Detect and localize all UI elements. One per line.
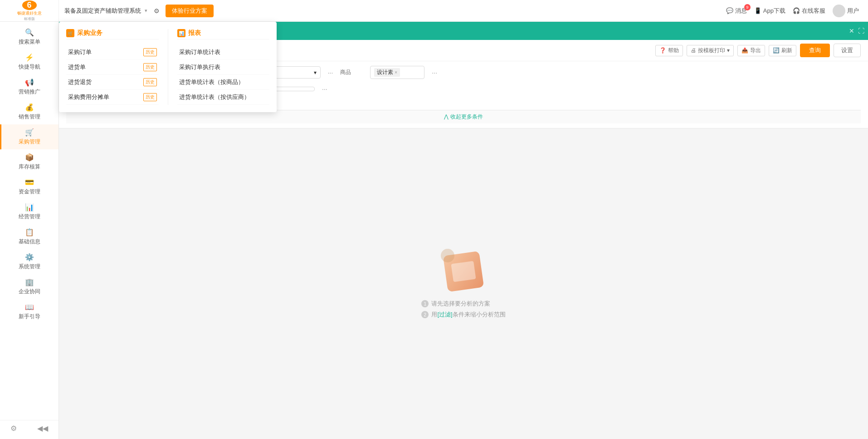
system-icon: ⚙️	[25, 253, 34, 261]
refresh-icon: 🔄	[773, 47, 780, 54]
sidebar-item-purchase[interactable]: 🛒 采购管理	[0, 124, 59, 149]
bill-status-dots[interactable]: ···	[328, 69, 333, 76]
sidebar-label-basic-info: 基础信息	[19, 238, 40, 246]
sidebar-label-inventory: 库存核算	[19, 163, 40, 171]
sidebar-item-system[interactable]: ⚙️ 系统管理	[0, 249, 59, 274]
industry-btn[interactable]: 体验行业方案	[166, 5, 214, 17]
operations-icon: 📊	[25, 203, 34, 212]
print-template-btn[interactable]: 🖨 按模板打印 ▾	[687, 45, 734, 56]
collapse-sidebar-btn[interactable]: ◀◀	[37, 424, 48, 433]
tab-maximize-btn[interactable]: ⛶	[858, 27, 864, 35]
tip2-icon: 2	[421, 311, 429, 318]
tab-close-window-btn[interactable]: ✕	[849, 27, 854, 35]
dropdown-col-report: 📊 报表 采购订单统计表 采购订单执行表 进货单统计表（按商品） 进货单统计表（…	[177, 29, 270, 105]
basic-info-icon: 📋	[25, 228, 34, 237]
export-label: 导出	[750, 47, 761, 54]
app-download-item[interactable]: 📱 App下载	[754, 7, 785, 15]
sidebar-item-quick-nav[interactable]: ⚡ 快捷导航	[0, 49, 59, 74]
dropdown-item-purchase-order-exec[interactable]: 采购订单执行表	[177, 60, 270, 75]
settings-btn[interactable]: 设置	[834, 44, 861, 57]
sidebar-item-basic-info[interactable]: 📋 基础信息	[0, 224, 59, 249]
dropdown-item-purchase-fee[interactable]: 采购费用分摊单 历史	[66, 90, 159, 105]
empty-illustration	[441, 249, 486, 294]
purchase-fee-history[interactable]: 历史	[143, 93, 157, 101]
dropdown-col-purchase: 🛒 采购业务 采购订单 历史 进货单 历史 进货退货 历史 采购费用分摊单 历史	[66, 29, 159, 105]
print-icon: 🖨	[691, 47, 696, 54]
dropdown-col-report-title: 📊 报表	[177, 29, 270, 39]
goods-label: 商品	[340, 69, 363, 76]
refresh-label: 刷新	[781, 47, 792, 54]
purchase-col-icon: 🛒	[66, 29, 74, 37]
top-header: 6 畅捷通好生意 标准版 装备及固定资产辅助管理系统 ▾ ⚙ 体验行业方案 💬 …	[0, 0, 868, 22]
quick-nav-icon: ⚡	[25, 53, 34, 62]
stock-stat-supplier-label: 进货单统计表（按供应商）	[179, 93, 250, 101]
dropdown-item-stock-stat-supplier[interactable]: 进货单统计表（按供应商）	[177, 90, 270, 105]
marketing-icon: 📢	[25, 78, 34, 87]
dropdown-item-purchase-order[interactable]: 采购订单 历史	[66, 45, 159, 60]
report-col-icon: 📊	[177, 29, 185, 37]
export-btn[interactable]: 📤 导出	[737, 45, 765, 56]
logo-area: 6 畅捷通好生意 标准版	[0, 0, 59, 21]
sidebar-item-inventory[interactable]: 📦 库存核算	[0, 149, 59, 174]
goods-dots[interactable]: ···	[432, 69, 437, 76]
purchase-icon: 🛒	[25, 128, 34, 137]
salesman-dots[interactable]: ···	[322, 85, 327, 93]
sidebar-label-operations: 经营管理	[19, 213, 40, 221]
notification-item[interactable]: 💬 消息 9	[726, 7, 747, 15]
print-dropdown-icon: ▾	[727, 47, 730, 54]
dropdown-item-stock-in[interactable]: 进货单 历史	[66, 60, 159, 75]
sidebar-item-capital[interactable]: 💳 资金管理	[0, 174, 59, 199]
headset-icon: 🎧	[793, 7, 800, 14]
query-btn[interactable]: 查询	[800, 44, 830, 57]
goods-input[interactable]: 设计素 ×	[370, 66, 424, 79]
dropdown-item-stock-stat-goods[interactable]: 进货单统计表（按商品）	[177, 75, 270, 90]
sidebar-label-system: 系统管理	[19, 263, 40, 271]
stock-in-history[interactable]: 历史	[143, 63, 157, 71]
toolbar-right: ❓ 帮助 🖨 按模板打印 ▾ 📤 导出 🔄 刷新	[655, 44, 861, 57]
dropdown-divider	[168, 29, 168, 105]
stock-in-label: 进货单	[68, 63, 86, 71]
sidebar: 🔍 搜索菜单 ⚡ 快捷导航 📢 营销推广 💰 销售管理 🛒 采购管理 📦 库存核…	[0, 22, 59, 439]
tip2-text: 用[过滤]条件来缩小分析范围	[431, 311, 505, 319]
logo-icon: 6	[22, 0, 37, 10]
capital-icon: 💳	[25, 178, 34, 187]
purchase-order-exec-label: 采购订单执行表	[179, 63, 220, 71]
user-label: 用户	[847, 7, 859, 15]
dropdown-item-stock-return[interactable]: 进货退货 历史	[66, 75, 159, 90]
help-btn[interactable]: ❓ 帮助	[655, 45, 683, 56]
stock-return-history[interactable]: 历史	[143, 78, 157, 86]
collapse-label: 收起更多条件	[450, 113, 483, 120]
goods-tag: 设计素 ×	[374, 68, 400, 77]
empty-tips: 1 请先选择要分析的方案 2 用[过滤]条件来缩小分析范围	[421, 300, 505, 319]
title-dropdown-arrow[interactable]: ▾	[145, 8, 147, 14]
notification-badge: 9	[744, 4, 751, 10]
online-service-item[interactable]: 🎧 在线客服	[793, 7, 825, 15]
sidebar-item-guide[interactable]: 📖 新手引导	[0, 299, 59, 324]
enterprise-icon: 🏢	[25, 278, 34, 286]
print-label: 按模板打印	[698, 47, 725, 54]
purchase-order-label: 采购订单	[68, 48, 92, 56]
header-middle: 装备及固定资产辅助管理系统 ▾ ⚙ 体验行业方案	[59, 5, 726, 17]
purchase-col-title-text: 采购业务	[77, 29, 102, 37]
sidebar-label-quick-nav: 快捷导航	[19, 63, 40, 71]
sidebar-item-search[interactable]: 🔍 搜索菜单	[0, 25, 59, 49]
refresh-btn[interactable]: 🔄 刷新	[769, 45, 796, 56]
help-label: 帮助	[668, 47, 679, 54]
sidebar-item-marketing[interactable]: 📢 营销推广	[0, 74, 59, 99]
message-icon: 💬	[726, 7, 733, 14]
dropdown-item-purchase-order-stat[interactable]: 采购订单统计表	[177, 45, 270, 60]
purchase-order-history[interactable]: 历史	[143, 48, 157, 56]
purchase-dropdown-menu: 🛒 采购业务 采购订单 历史 进货单 历史 进货退货 历史 采购费用分摊单 历史…	[59, 22, 277, 112]
sidebar-item-operations[interactable]: 📊 经营管理	[0, 199, 59, 224]
sidebar-label-marketing: 营销推广	[19, 88, 40, 96]
settings-bottom-btn[interactable]: ⚙	[10, 424, 17, 433]
empty-tip-2: 2 用[过滤]条件来缩小分析范围	[421, 311, 505, 319]
sidebar-label-search: 搜索菜单	[19, 38, 40, 46]
sidebar-bottom: ⚙ ◀◀	[0, 420, 59, 436]
sidebar-item-enterprise[interactable]: 🏢 企业协同	[0, 274, 59, 299]
gear-button[interactable]: ⚙	[151, 5, 162, 16]
goods-tag-close[interactable]: ×	[395, 70, 397, 75]
user-item[interactable]: 用户	[833, 5, 859, 17]
sidebar-label-enterprise: 企业协同	[19, 288, 40, 296]
sidebar-item-sales[interactable]: 💰 销售管理	[0, 99, 59, 124]
